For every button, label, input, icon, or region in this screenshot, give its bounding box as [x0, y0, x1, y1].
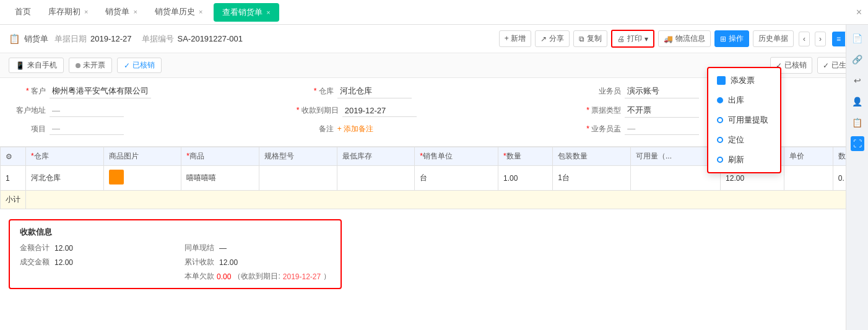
subtotal-row: 小计 — [1, 191, 868, 209]
tab-inventory[interactable]: 库存期初 × — [40, 0, 97, 25]
payment-date-value: 2019-12-27 — [342, 105, 417, 117]
close-sales-tab[interactable]: × — [133, 8, 137, 15]
customer-field: 客户 柳州粤港平安气体有限公司 — [9, 84, 284, 98]
doc-date-value: 2019-12-27 — [90, 34, 132, 43]
due-date-prefix: （收款到期日: — [233, 271, 280, 282]
history-button[interactable]: 历史单据 — [753, 30, 794, 47]
locate-label: 定位 — [728, 134, 744, 145]
col-price: 单价 — [784, 147, 833, 166]
col-spec: 规格型号 — [259, 147, 337, 166]
share-button[interactable]: ↗ 分享 — [535, 30, 570, 47]
transaction-row: 成交金额 12.00 — [20, 257, 166, 267]
dropdown-refresh[interactable]: 刷新 — [708, 150, 780, 170]
total-label: 金额合计 — [20, 243, 50, 253]
dropdown-outbound[interactable]: 出库 — [708, 90, 780, 110]
sidebar-expand-icon[interactable]: ⛶ — [851, 136, 864, 151]
cumulative-row: 累计收款 12.00 — [184, 257, 331, 267]
tab-sales-history[interactable]: 销货单历史 × — [146, 0, 211, 25]
effective-icon: ✓ — [823, 61, 829, 70]
balance-row: 本单欠款 0.00 （收款到期日: 2019-12-27 ） — [184, 271, 331, 282]
address-value: — — [50, 105, 124, 117]
customer-value: 柳州粤港平安气体有限公司 — [50, 84, 151, 98]
row-min-stock — [337, 166, 415, 191]
staff2-label: 业务员盂 — [584, 124, 621, 134]
due-date-value: 2019-12-27 — [283, 272, 321, 281]
add-note-button[interactable]: 添加备注 — [337, 124, 373, 134]
invoice-type-value: 不开票 — [625, 103, 699, 118]
doc-header: 📋 销货单 单据日期 2019-12-27 单据编号 SA-20191227-0… — [0, 25, 868, 53]
subtotal-empty — [26, 191, 868, 209]
col-settings[interactable]: ⚙ — [1, 147, 26, 166]
dropdown-menu: 添发票 出库 可用量提取 定位 刷新 — [707, 67, 781, 173]
invoice-type-label: 票据类型 — [584, 105, 621, 116]
row-product-img — [103, 166, 181, 191]
total-row: 金额合计 12.00 — [20, 243, 166, 253]
payment-wrapper: 收款信息 金额合计 12.00 同单现结 — 成交金额 12.00 累计收款 1… — [0, 209, 868, 294]
copy-button[interactable]: ⧉ 复制 — [573, 30, 607, 47]
refresh-icon — [717, 157, 723, 163]
warehouse-label: 仓库 — [297, 86, 334, 97]
add-invoice-label: 添发票 — [731, 75, 755, 86]
copy-icon: ⧉ — [579, 35, 584, 43]
doc-number-value: SA-20191227-001 — [178, 34, 243, 43]
print-icon: 🖨 — [617, 35, 625, 43]
truck-icon: 🚚 — [664, 35, 673, 43]
print-button[interactable]: 🖨 打印 ▾ — [611, 30, 654, 48]
dropdown-add-invoice[interactable]: 添发票 — [708, 71, 780, 90]
next-arrow[interactable]: › — [815, 32, 826, 46]
available-label: 可用量提取 — [728, 115, 768, 126]
col-sales-unit: *销售单位 — [415, 147, 498, 166]
sidebar-back-icon[interactable]: ↩ — [851, 73, 864, 88]
doc-type-icon: 📋 — [9, 33, 20, 45]
doc-type-label: 销货单 — [24, 33, 48, 45]
new-button[interactable]: + 新增 — [499, 30, 531, 47]
cumulative-label: 累计收款 — [184, 257, 214, 267]
outbound-icon — [717, 97, 723, 103]
doc-actions: + 新增 ↗ 分享 ⧉ 复制 🖨 打印 ▾ 🚚 物流信息 ⊞ 操作 — [499, 30, 859, 48]
dropdown-available[interactable]: 可用量提取 — [708, 110, 780, 130]
grid-icon: ⊞ — [720, 35, 726, 43]
prev-arrow[interactable]: ‹ — [799, 32, 810, 46]
close-history-tab[interactable]: × — [199, 8, 202, 15]
not-opened-dot — [76, 63, 80, 68]
logistics-button[interactable]: 🚚 物流信息 — [658, 30, 711, 47]
close-inventory-tab[interactable]: × — [84, 8, 88, 15]
list-view-button[interactable]: ≡ — [832, 32, 845, 46]
sidebar-user-icon[interactable]: 👤 — [849, 94, 865, 109]
settlement-value: — — [219, 244, 227, 253]
close-window-button[interactable]: × — [856, 7, 862, 18]
address-field: 客户地址 — — [9, 105, 284, 117]
confirm-button[interactable]: ✓ 已核销 — [117, 58, 162, 73]
tab-sales[interactable]: 销货单 × — [97, 0, 145, 25]
transaction-value: 12.00 — [54, 258, 73, 267]
col-product-img: 商品图片 — [103, 147, 181, 166]
col-quantity: *数量 — [498, 147, 553, 166]
dropdown-locate[interactable]: 定位 — [708, 130, 780, 150]
settlement-label: 同单现结 — [184, 243, 214, 253]
tab-view-sales[interactable]: 查看销货单 × — [214, 3, 279, 22]
confirm-icon: ✓ — [124, 61, 130, 70]
settlement-row: 同单现结 — — [184, 243, 331, 253]
locate-icon — [717, 137, 723, 143]
doc-meta: 单据日期 2019-12-27 单据编号 SA-20191227-001 — [54, 33, 243, 45]
sidebar-doc-icon[interactable]: 📄 — [849, 31, 865, 46]
available-icon — [717, 117, 723, 123]
sidebar-list-icon[interactable]: 📋 — [849, 115, 865, 130]
main-content: 📋 销货单 单据日期 2019-12-27 单据编号 SA-20191227-0… — [0, 25, 868, 330]
transaction-label: 成交金额 — [20, 257, 50, 267]
sidebar-link-icon[interactable]: 🔗 — [849, 52, 865, 67]
project-label: 项目 — [9, 124, 46, 134]
doc-date-label: 单据日期 — [54, 33, 87, 45]
close-view-tab[interactable]: × — [266, 9, 270, 16]
outbound-label: 出库 — [728, 95, 744, 106]
from-phone-button[interactable]: 📱 来自手机 — [9, 58, 64, 73]
col-pkg-qty: 包装数量 — [553, 147, 631, 166]
print-dropdown-icon: ▾ — [644, 35, 648, 43]
add-invoice-icon — [717, 76, 726, 85]
balance-label: 本单欠款 — [184, 271, 214, 282]
tab-home[interactable]: 首页 — [6, 0, 40, 25]
payment-date-field: 收款到期日 2019-12-27 — [297, 105, 572, 117]
operations-button[interactable]: ⊞ 操作 — [714, 30, 749, 47]
not-opened-button[interactable]: 未开票 — [69, 58, 112, 73]
row-spec — [259, 166, 337, 191]
